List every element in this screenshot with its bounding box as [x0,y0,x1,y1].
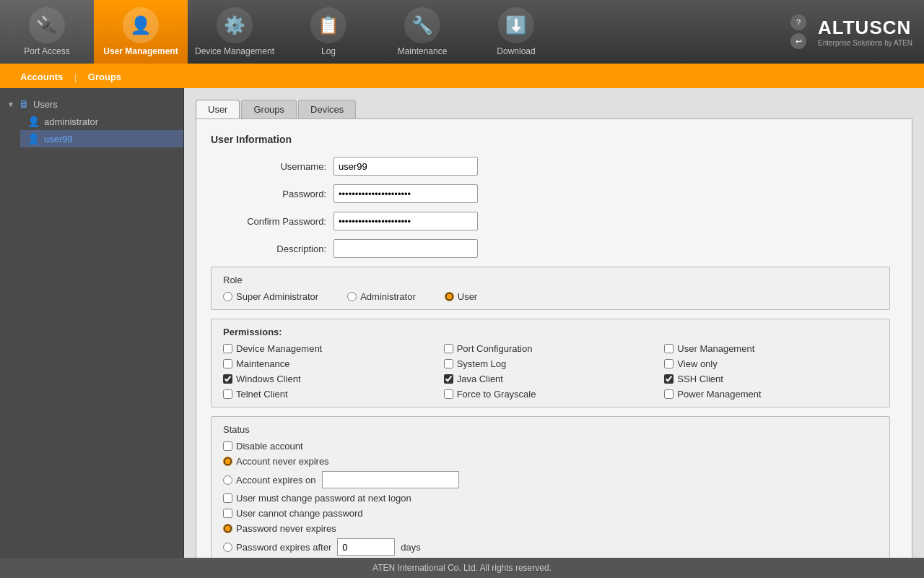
role-title: Role [223,275,878,285]
role-options: Super Administrator Administrator User [223,291,878,302]
role-super-admin[interactable]: Super Administrator [223,291,318,302]
pw-never-expires-row: Password never expires [223,523,878,534]
permissions-title: Permissions: [223,327,878,337]
role-super-admin-radio[interactable] [223,292,232,301]
tree-root-users[interactable]: ▼ 🖥 Users [0,95,183,113]
days-label: days [401,542,420,553]
perm-java-client-checkbox[interactable] [444,374,453,384]
pw-never-expires-radio[interactable] [223,524,232,533]
perm-maintenance[interactable]: Maintenance [223,358,437,369]
collapse-icon: ▼ [7,100,14,108]
user-management-icon: 👤 [123,7,159,43]
users-folder-icon: 🖥 [19,98,29,110]
perm-view-only[interactable]: View only [664,358,878,369]
perm-windows-client[interactable]: Windows Client [223,374,437,384]
help-icon[interactable]: ? [790,14,806,30]
tab-accounts[interactable]: Accounts [12,65,71,88]
cannot-change-pw-checkbox[interactable] [223,509,232,518]
perm-telnet-client-checkbox[interactable] [223,389,232,399]
expires-on-row: Account expires on [223,471,878,488]
role-user[interactable]: User [445,291,477,302]
must-change-pw-row: User must change password at next logon [223,493,878,504]
maintenance-icon: 🔧 [404,7,440,43]
perm-maintenance-checkbox[interactable] [223,359,232,368]
username-label: Username: [211,161,326,172]
pw-expires-after-radio[interactable] [223,543,232,552]
permissions-section: Permissions: Device Management Port Conf… [211,319,890,407]
nav-download-label: Download [497,46,535,56]
confirm-password-row: Confirm Password: [211,212,890,230]
perm-power-mgmt[interactable]: Power Management [664,389,878,400]
nav-port-access-label: Port Access [24,46,69,56]
tab-devices[interactable]: Devices [298,100,356,118]
disable-account-checkbox[interactable] [223,441,232,451]
pw-never-expires-label[interactable]: Password never expires [223,523,336,534]
description-input[interactable] [334,239,478,258]
role-user-radio[interactable] [445,292,454,301]
pw-expires-after-input[interactable] [337,538,395,556]
logout-icon[interactable]: ↩ [790,33,806,49]
nav-download[interactable]: ⬇️ Download [469,0,563,64]
perm-telnet-client[interactable]: Telnet Client [223,389,437,400]
account-expires-on-radio[interactable] [223,475,232,485]
perm-force-grayscale[interactable]: Force to Grayscale [444,389,658,400]
account-never-expires-radio[interactable] [223,457,232,466]
tab-groups[interactable]: Groups [241,100,297,118]
account-expires-on-label[interactable]: Account expires on [223,475,316,486]
nav-log[interactable]: 📋 Log [282,0,375,64]
cannot-change-pw-row: User cannot change password [223,508,878,519]
main-layout: ▼ 🖥 Users 👤 administrator 👤 user99 User … [0,88,924,558]
description-label: Description: [211,243,326,254]
perm-port-config[interactable]: Port Configuration [444,343,658,354]
role-section: Role Super Administrator Administrator U… [211,267,890,310]
never-expires-row: Account never expires [223,456,878,467]
must-change-pw-label[interactable]: User must change password at next logon [223,493,411,504]
tree-children: 👤 administrator 👤 user99 [0,113,183,147]
nav-port-access[interactable]: 🔌 Port Access [0,0,94,64]
disable-account-label[interactable]: Disable account [223,441,303,452]
log-icon: 📋 [310,7,346,43]
tree-item-administrator[interactable]: 👤 administrator [20,113,183,130]
role-administrator[interactable]: Administrator [347,291,416,302]
role-administrator-radio[interactable] [347,292,357,301]
disable-account-row: Disable account [223,441,878,452]
user-icon-user99: 👤 [27,133,40,144]
perm-ssh-client-checkbox[interactable] [664,374,674,384]
perm-port-config-checkbox[interactable] [444,344,453,353]
nav-user-management[interactable]: 👤 User Management [94,0,188,64]
nav-device-management[interactable]: ⚙️ Device Management [188,0,282,64]
password-row: Password: [211,184,890,203]
account-never-expires-label[interactable]: Account never expires [223,456,329,467]
tree-item-user99[interactable]: 👤 user99 [20,130,183,147]
pw-expires-after-label[interactable]: Password expires after [223,542,331,553]
content-area: User Groups Devices User Information Use… [184,88,924,558]
must-change-pw-checkbox[interactable] [223,493,232,503]
confirm-password-input[interactable] [334,212,478,230]
status-title: Status [223,424,878,435]
perm-power-mgmt-checkbox[interactable] [664,389,674,399]
sidebar: ▼ 🖥 Users 👤 administrator 👤 user99 [0,88,184,558]
perm-system-log-checkbox[interactable] [444,359,453,368]
perm-view-only-checkbox[interactable] [664,359,674,368]
account-tabs: Accounts | Groups [0,65,924,88]
perm-device-mgmt[interactable]: Device Management [223,343,437,354]
password-input[interactable] [334,184,478,203]
tab-groups[interactable]: Groups [79,65,130,88]
perm-force-grayscale-checkbox[interactable] [444,389,453,399]
nav-maintenance[interactable]: 🔧 Maintenance [375,0,469,64]
perm-user-mgmt-checkbox[interactable] [664,344,674,353]
footer: ATEN International Co. Ltd. All rights r… [0,558,924,578]
perm-user-mgmt[interactable]: User Management [664,343,878,354]
perm-java-client[interactable]: Java Client [444,374,658,384]
tab-user[interactable]: User [196,100,240,118]
cannot-change-pw-label[interactable]: User cannot change password [223,508,363,519]
account-expires-on-input[interactable] [322,471,459,488]
perm-windows-client-checkbox[interactable] [223,374,232,384]
perm-ssh-client[interactable]: SSH Client [664,374,878,384]
form-panel: User Information Username: Password: Con… [196,118,912,558]
perm-system-log[interactable]: System Log [444,358,658,369]
description-row: Description: [211,239,890,258]
username-input[interactable] [334,157,478,176]
perm-device-mgmt-checkbox[interactable] [223,344,232,353]
logo: ALTUSCN Enterprise Solutions by ATEN [818,17,912,47]
